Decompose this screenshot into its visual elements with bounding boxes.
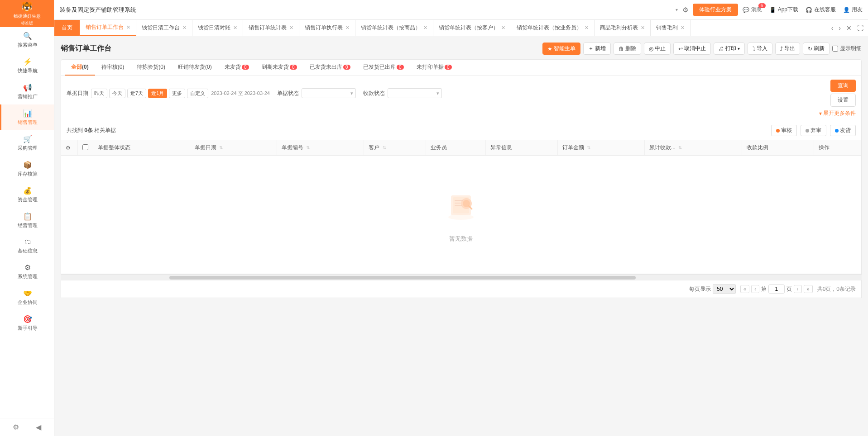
tab-fullscreen-btn[interactable]: ⛶	[855, 24, 865, 33]
ship-btn[interactable]: 发货	[830, 125, 856, 136]
date-more-btn[interactable]: 更多	[169, 89, 185, 98]
system-dropdown-arrow[interactable]: ▾	[676, 7, 678, 12]
tab-sales-exec[interactable]: 销售订单执行表 ✕	[299, 20, 355, 36]
th-collected[interactable]: 累计收款... ⇅	[644, 140, 742, 156]
review-btn[interactable]: 审核	[771, 125, 797, 136]
th-settings[interactable]: ⚙	[61, 140, 77, 156]
show-detail-check-input[interactable]	[832, 46, 838, 52]
delete-btn[interactable]: 🗑 删除	[614, 43, 641, 55]
tab-cash-daily[interactable]: 钱货日清工作台 ✕	[136, 20, 192, 36]
topbar-settings-icon[interactable]: ⚙	[682, 6, 688, 14]
tab-goods-stats-customer-close[interactable]: ✕	[501, 25, 505, 31]
page-input[interactable]	[768, 284, 785, 294]
next-page-btn[interactable]: ›	[794, 285, 802, 293]
date-yesterday-btn[interactable]: 昨天	[91, 89, 107, 98]
subtab-shipped-in[interactable]: 已发货已出库0	[357, 60, 410, 76]
subtab-shipped-not-in[interactable]: 已发货未出库0	[303, 60, 357, 76]
message-action[interactable]: 💬 6 消息	[743, 6, 762, 14]
sidebar-item-quick-nav[interactable]: ⚡ 快捷导航	[0, 53, 54, 79]
export-btn[interactable]: ⤴ 导出	[775, 43, 800, 55]
add-btn[interactable]: ＋ 新增	[583, 43, 611, 55]
tab-goods-stats-staff[interactable]: 销货单统计表（按业务员） ✕	[511, 20, 595, 36]
app-download-action[interactable]: 📱 App下载	[769, 6, 798, 14]
subtab-pending-check[interactable]: 待拣验货(0)	[130, 60, 172, 76]
tab-sales-stats[interactable]: 销售订单统计表 ✕	[243, 20, 299, 36]
th-date[interactable]: 单据日期 ⇅	[190, 140, 277, 156]
import-btn[interactable]: ⤵ 导入	[748, 43, 772, 55]
last-page-btn[interactable]: »	[804, 285, 813, 293]
tab-cash-account[interactable]: 钱货日清对账 ✕	[192, 20, 243, 36]
subtab-not-printed[interactable]: 未打印单据0	[410, 60, 458, 76]
sidebar-item-sales[interactable]: 📊 销售管理	[0, 104, 54, 130]
page-size-dropdown[interactable]: 20 50 100	[713, 284, 736, 294]
smart-create-btn[interactable]: ★ 智能生单	[542, 43, 580, 55]
tab-sales-order-close[interactable]: ✕	[126, 24, 130, 30]
th-amount[interactable]: 订单金额 ⇅	[557, 140, 644, 156]
print-btn[interactable]: 🖨 打印 ▾	[714, 43, 745, 55]
tab-prev-btn[interactable]: ‹	[830, 24, 835, 33]
sidebar-item-search[interactable]: 🔍 搜索菜单	[0, 27, 54, 53]
sidebar-item-label: 采购管理	[18, 145, 38, 152]
th-number[interactable]: 单据编号 ⇅	[277, 140, 364, 156]
show-detail-checkbox[interactable]: 显示明细	[832, 45, 862, 52]
cancel-stop-btn[interactable]: ↩ 取消中止	[673, 43, 711, 55]
tab-gross-profit-close[interactable]: ✕	[641, 25, 645, 31]
filter-status-select[interactable]	[302, 88, 356, 98]
date-today-btn[interactable]: 今天	[109, 89, 125, 98]
sidebar-item-purchase[interactable]: 🛒 采购管理	[0, 130, 54, 156]
sidebar-item-finance[interactable]: 💰 资金管理	[0, 182, 54, 208]
set-btn[interactable]: 设置	[830, 94, 856, 107]
tab-home[interactable]: 首页	[54, 20, 80, 36]
subtab-bar: 全部(0) 待审核(0) 待拣验货(0) 旺铺待发货(0) 未发货0 到期未发货…	[61, 59, 862, 76]
sidebar-item-operations[interactable]: 📋 经营管理	[0, 208, 54, 233]
sidebar-item-enterprise[interactable]: 🤝 企业协同	[0, 284, 54, 310]
tab-goods-stats-staff-label: 销货单统计表（按业务员）	[517, 24, 582, 32]
sidebar-item-inventory[interactable]: 📦 库存核算	[0, 156, 54, 182]
tab-next-btn[interactable]: ›	[837, 24, 843, 33]
tab-close-all-btn[interactable]: ✕	[844, 24, 854, 33]
tab-sales-profit-close[interactable]: ✕	[681, 25, 685, 31]
tab-cash-account-close[interactable]: ✕	[233, 25, 237, 31]
refresh-btn[interactable]: ↻ 刷新	[803, 43, 830, 55]
th-customer[interactable]: 客户 ⇅	[364, 140, 426, 156]
filter-status-wrap	[302, 88, 356, 98]
sidebar-item-guide[interactable]: 🎯 新手引导	[0, 310, 54, 336]
tab-goods-stats-product[interactable]: 销货单统计表（按商品） ✕	[355, 20, 433, 36]
tab-sales-exec-close[interactable]: ✕	[345, 25, 350, 31]
subtab-all[interactable]: 全部(0)	[65, 60, 95, 76]
tab-goods-stats-customer[interactable]: 销货单统计表（按客户） ✕	[433, 20, 511, 36]
filter-payment-select[interactable]	[388, 88, 442, 98]
tab-gross-profit[interactable]: 商品毛利分析表 ✕	[595, 20, 651, 36]
stop-btn[interactable]: ◎ 中止	[644, 43, 671, 55]
tab-goods-stats-product-close[interactable]: ✕	[423, 25, 427, 31]
tab-goods-stats-staff-close[interactable]: ✕	[585, 25, 589, 31]
hscroll-bar[interactable]	[61, 275, 862, 280]
hscroll-thumb[interactable]	[169, 276, 636, 280]
subtab-pending-review[interactable]: 待审核(0)	[95, 60, 131, 76]
sidebar-item-marketing[interactable]: 📢 营销推广	[0, 79, 54, 104]
tab-sales-stats-close[interactable]: ✕	[289, 25, 293, 31]
tab-sales-order[interactable]: 销售订单工作台 ✕	[80, 20, 136, 36]
tab-sales-profit[interactable]: 销售毛利 ✕	[651, 20, 691, 36]
date-custom-btn[interactable]: 自定义	[187, 89, 208, 98]
subtab-wangpu[interactable]: 旺铺待发货(0)	[172, 60, 218, 76]
user-action[interactable]: 👤 用友	[843, 6, 863, 14]
expand-btn[interactable]: ▾ 展开更多条件	[819, 109, 856, 117]
first-page-btn[interactable]: «	[740, 285, 749, 293]
subtab-not-shipped[interactable]: 未发货0	[218, 60, 255, 76]
online-service-action[interactable]: 🎧 在线客服	[806, 6, 836, 14]
industry-btn[interactable]: 体验行业方案	[693, 4, 738, 16]
date-7days-btn[interactable]: 近7天	[127, 89, 146, 98]
sidebar-settings-icon[interactable]: ⚙	[13, 423, 19, 431]
th-check[interactable]	[77, 140, 93, 156]
subtab-expired-not-shipped[interactable]: 到期未发货0	[255, 60, 303, 76]
tab-cash-daily-close[interactable]: ✕	[182, 25, 187, 31]
sidebar-collapse-icon[interactable]: ◀	[36, 423, 41, 431]
query-btn[interactable]: 查询	[830, 80, 856, 92]
sidebar-item-base-info[interactable]: 🗂 基础信息	[0, 233, 54, 259]
date-1month-btn[interactable]: 近1月	[148, 89, 167, 98]
select-all-checkbox[interactable]	[82, 144, 88, 150]
sidebar-item-system[interactable]: ⚙ 系统管理	[0, 259, 54, 284]
cancel-review-btn[interactable]: 弃审	[801, 125, 826, 136]
prev-page-btn[interactable]: ‹	[751, 285, 759, 293]
